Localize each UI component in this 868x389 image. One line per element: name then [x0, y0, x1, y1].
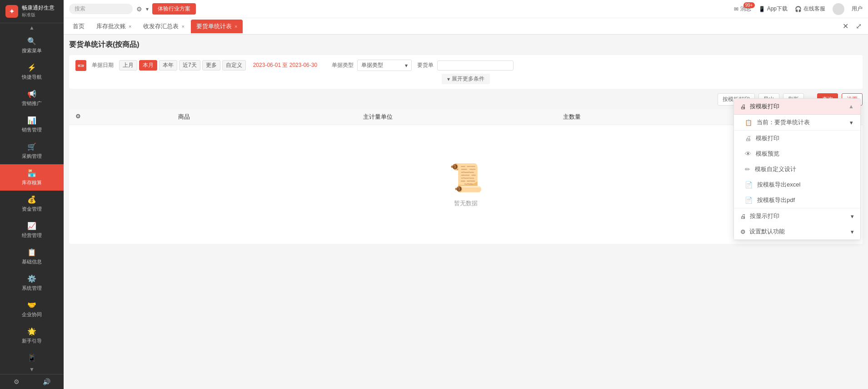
select-arrow-icon: ▾ — [405, 62, 408, 69]
sidebar-item-basic[interactable]: 📋 基础信息 — [0, 243, 64, 270]
template-pdf-label: 按模板导出pdf — [757, 196, 795, 204]
close-tab-icon[interactable]: ✕ — [840, 21, 851, 31]
sidebar-item-sales[interactable]: 📊 销售管理 — [0, 111, 64, 138]
tab-close-inventory-batch[interactable]: × — [129, 24, 131, 29]
dropdown-current-item[interactable]: 📋 当前：要货单统计表 ▾ — [734, 115, 860, 130]
date-btn-custom[interactable]: 自定义 — [222, 60, 246, 71]
sidebar-item-operation[interactable]: 📈 经营管理 — [0, 217, 64, 243]
set-default-icon: ⚙ — [740, 228, 746, 235]
collapse-filter-icon[interactable]: «» — [75, 60, 86, 71]
inventory-icon: 🏪 — [27, 169, 36, 177]
current-label: 当前：要货单统计表 — [757, 118, 810, 126]
header-right: ✉ 消息 99+ 📱 App下载 🎧 在线客服 用户 — [734, 3, 863, 15]
dropdown-up-icon: ▲ — [848, 103, 854, 110]
sidebar-item-inventory[interactable]: 🏪 库存核算 — [0, 164, 64, 191]
sidebar-item-enterprise[interactable]: 🤝 企业协同 — [0, 296, 64, 323]
app-version: 标准版 — [22, 12, 55, 18]
sidebar-nav: 🔍 搜索菜单 ⚡ 快捷导航 📢 营销推广 📊 销售管理 🛒 采购管理 🏪 库存核… — [0, 32, 64, 365]
dropdown-item-template-preview[interactable]: 👁 模板预览 — [734, 146, 860, 162]
tab-label-demand-stats: 要货单统计表 — [196, 22, 232, 30]
sidebar-item-purchase[interactable]: 🛒 采购管理 — [0, 138, 64, 164]
sidebar: ✦ 畅康通好生意 标准版 ▲ 🔍 搜索菜单 ⚡ 快捷导航 📢 营销推广 📊 销售… — [0, 0, 64, 389]
set-default-label: 设置默认功能 — [749, 227, 785, 236]
tab-inventory-batch[interactable]: 库存批次账× — [91, 20, 137, 33]
date-btn-current[interactable]: 本月 — [139, 60, 157, 71]
dropdown-item-template-pdf[interactable]: 📄 按模板导出pdf — [734, 192, 860, 208]
table-header-goods: 商品 — [87, 113, 281, 121]
sidebar-item-marketing[interactable]: 📢 营销推广 — [0, 85, 64, 111]
system-icon: ⚙️ — [27, 274, 36, 283]
tab-receipt-summary[interactable]: 收发存汇总表× — [138, 20, 190, 33]
table-header-settings[interactable]: ⚙ — [69, 113, 87, 121]
sidebar-scroll-down[interactable]: ▼ — [0, 365, 64, 374]
user-name: 用户 — [852, 5, 863, 13]
sidebar-item-finance[interactable]: 💰 资金管理 — [0, 191, 64, 217]
expand-conditions-button[interactable]: ▾ 展开更多条件 — [442, 74, 490, 84]
app-logo-icon: ✦ — [5, 5, 18, 18]
dropdown-header-left: 🖨 按模板打印 — [740, 102, 779, 111]
group-arrow-icon: ▾ — [851, 213, 854, 220]
date-range-text: 2023-06-01 至 2023-06-30 — [253, 61, 317, 69]
dropdown-item-template-excel[interactable]: 📄 按模板导出excel — [734, 177, 860, 192]
sidebar-item-guide[interactable]: 🌟 新手引导 — [0, 323, 64, 349]
filter-card: «» 单据日期 上月本月本年近7天更多自定义 2023-06-01 至 2023… — [69, 55, 863, 89]
template-print-icon: 🖨 — [745, 135, 751, 142]
sidebar-item-quick-nav[interactable]: ⚡ 快捷导航 — [0, 59, 64, 85]
tab-label-home: 首页 — [73, 22, 85, 30]
date-label: 单据日期 — [92, 61, 114, 69]
group-arrow-icon: ▾ — [851, 228, 854, 235]
dropdown-group-item-display-print[interactable]: 🖨 按显示打印 ▾ — [734, 208, 860, 224]
marketing-icon: 📢 — [27, 90, 36, 98]
sidebar-settings-icon[interactable]: ⚙ — [14, 378, 20, 385]
no-data-icon: 📜 — [449, 162, 483, 194]
tab-close-receipt-summary[interactable]: × — [181, 24, 184, 29]
quick-nav-icon: ⚡ — [27, 63, 36, 72]
basic-icon: 📋 — [27, 248, 36, 257]
enterprise-icon: 🤝 — [27, 301, 36, 309]
app-name: 畅康通好生意 — [22, 5, 55, 12]
tab-close-demand-stats[interactable]: × — [234, 24, 237, 29]
sidebar-audio-icon[interactable]: 🔊 — [43, 378, 50, 385]
top-search-bar[interactable]: 搜索 — [69, 4, 133, 14]
headset-icon: 🎧 — [795, 6, 802, 12]
printer-icon: 🖨 — [740, 103, 746, 110]
page-content: 要货单统计表(按商品) «» 单据日期 上月本月本年近7天更多自定义 2023-… — [64, 35, 868, 389]
template-excel-label: 按模板导出excel — [757, 181, 800, 189]
sidebar-item-system[interactable]: ⚙️ 系统管理 — [0, 270, 64, 296]
phone-icon: 📱 — [758, 6, 765, 12]
dropdown-item-template-design[interactable]: ✏ 模板自定义设计 — [734, 162, 860, 177]
dropdown-item-template-print[interactable]: 🖨 模板打印 — [734, 131, 860, 146]
sidebar-item-app-center[interactable]: 📱 应用中心 — [0, 349, 64, 365]
order-type-select[interactable]: 单据类型 ▾ — [357, 60, 412, 71]
template-preview-label: 模板预览 — [756, 150, 779, 158]
app-center-icon: 📱 — [27, 354, 36, 362]
template-print-label: 模板打印 — [756, 134, 779, 142]
tab-home[interactable]: 首页 — [67, 20, 90, 33]
try-industry-button[interactable]: 体验行业方案 — [152, 3, 196, 15]
current-doc-icon: 📋 — [745, 119, 752, 126]
tab-demand-stats[interactable]: 要货单统计表× — [191, 20, 243, 33]
dropdown-header[interactable]: 🖨 按模板打印 ▲ — [734, 99, 860, 115]
sidebar-scroll-up[interactable]: ▲ — [0, 23, 64, 32]
header-chevron-icon[interactable]: ▾ — [146, 6, 149, 12]
no-data-text: 暂无数据 — [454, 199, 478, 207]
user-avatar[interactable] — [833, 3, 844, 15]
dropdown-title: 按模板打印 — [750, 102, 779, 111]
sidebar-item-search[interactable]: 🔍 搜索菜单 — [0, 32, 64, 59]
demand-goods-input[interactable] — [437, 61, 514, 71]
date-btn-more[interactable]: 更多 — [202, 60, 220, 71]
date-btn-prev[interactable]: 上月 — [119, 60, 137, 71]
header-gear-icon[interactable]: ⚙ — [136, 5, 142, 13]
purchase-icon: 🛒 — [27, 142, 36, 151]
app-download-button[interactable]: 📱 App下载 — [758, 5, 788, 13]
date-btn-year[interactable]: 本年 — [159, 60, 177, 71]
dropdown-group-item-set-default[interactable]: ⚙ 设置默认功能 ▾ — [734, 224, 860, 239]
date-btn-week7[interactable]: 近7天 — [179, 60, 200, 71]
online-service-button[interactable]: 🎧 在线客服 — [795, 5, 825, 13]
expand-down-icon: ▾ — [447, 76, 450, 82]
operation-icon: 📈 — [27, 222, 36, 230]
expand-window-icon[interactable]: ⤢ — [853, 21, 864, 31]
tabs-bar: 首页库存批次账×收发存汇总表×要货单统计表× ✕ ⤢ — [64, 18, 868, 35]
messages-button[interactable]: ✉ 消息 99+ — [734, 5, 751, 13]
guide-icon: 🌟 — [27, 327, 36, 336]
